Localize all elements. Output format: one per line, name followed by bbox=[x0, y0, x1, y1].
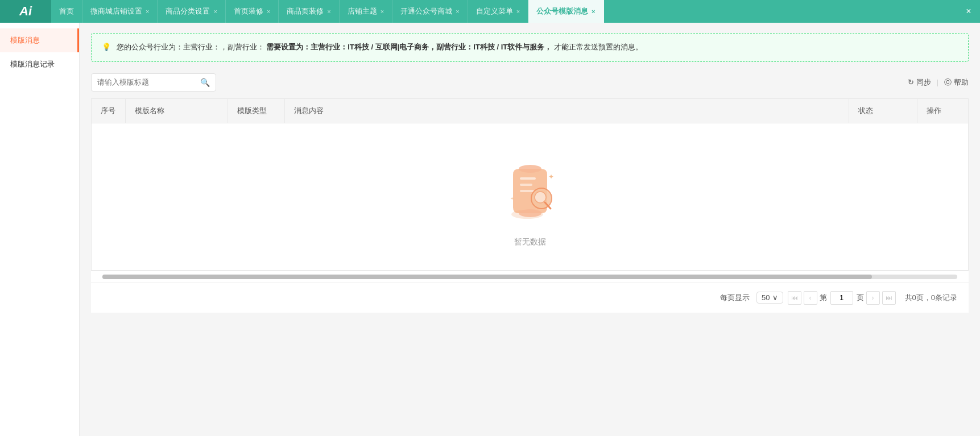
first-page-button[interactable]: ⏮ bbox=[788, 291, 801, 305]
tab-custom-menu[interactable]: 自定义菜单 × bbox=[468, 0, 528, 23]
empty-state-row: ✦ ✦ 暂无数据 bbox=[92, 123, 969, 270]
table-header-row: 序号 模版名称 模版类型 消息内容 状态 操作 bbox=[92, 98, 969, 123]
col-content-header: 消息内容 bbox=[285, 98, 849, 123]
search-input[interactable] bbox=[97, 78, 200, 86]
svg-point-7 bbox=[535, 192, 546, 203]
page-unit: 页 bbox=[857, 293, 864, 303]
last-page-button[interactable]: ⏭ bbox=[882, 291, 896, 305]
scroll-bar-area[interactable] bbox=[91, 271, 969, 283]
svg-rect-4 bbox=[520, 184, 532, 186]
tab-close-open-mall[interactable]: × bbox=[456, 8, 459, 15]
tab-close-category-settings[interactable]: × bbox=[213, 8, 217, 15]
svg-rect-5 bbox=[520, 190, 534, 192]
tab-category-settings[interactable]: 商品分类设置 × bbox=[158, 0, 225, 23]
tab-home[interactable]: 首页 bbox=[51, 0, 82, 23]
empty-state: ✦ ✦ 暂无数据 bbox=[92, 123, 968, 270]
sidebar-item-template-msg[interactable]: 模版消息 bbox=[0, 28, 79, 52]
sync-button[interactable]: ↻ 同步 bbox=[908, 77, 931, 88]
banner-prefix: 您的公众号行业为：主营行业：，副营行业： bbox=[117, 43, 264, 51]
col-action-header: 操作 bbox=[917, 98, 969, 123]
tab-template-msg[interactable]: 公众号模版消息 × bbox=[528, 0, 603, 23]
per-page-value: 50 bbox=[762, 293, 770, 302]
search-bar: 🔍 ↻ 同步 | ⓪ 帮助 bbox=[91, 73, 969, 92]
bulb-icon: 💡 bbox=[102, 43, 111, 51]
tab-store-theme[interactable]: 店铺主题 × bbox=[340, 0, 392, 23]
page-input-wrap: 第 页 bbox=[820, 291, 864, 305]
empty-illustration: ✦ ✦ bbox=[496, 157, 564, 226]
per-page-select[interactable]: 50 ∨ bbox=[756, 292, 783, 304]
banner-highlight: 需要设置为：主营行业：IT科技 / 互联网|电子商务，副营行业：IT科技 / I… bbox=[266, 43, 552, 51]
col-status-header: 状态 bbox=[849, 98, 917, 123]
divider: | bbox=[937, 78, 938, 86]
tab-close-product-decoration[interactable]: × bbox=[327, 8, 330, 15]
tab-close-home-decoration[interactable]: × bbox=[267, 8, 270, 15]
tab-home-decoration[interactable]: 首页装修 × bbox=[226, 0, 279, 23]
help-button[interactable]: ⓪ 帮助 bbox=[944, 77, 969, 88]
tab-close-custom-menu[interactable]: × bbox=[516, 8, 520, 15]
next-page-icon: › bbox=[872, 294, 874, 302]
last-page-icon: ⏭ bbox=[886, 294, 892, 302]
prev-page-button[interactable]: ‹ bbox=[804, 291, 817, 305]
col-seq-header: 序号 bbox=[92, 98, 126, 123]
col-type-header: 模版类型 bbox=[228, 98, 285, 123]
scroll-track[interactable] bbox=[102, 275, 957, 279]
sidebar-item-template-record[interactable]: 模版消息记录 bbox=[0, 52, 79, 76]
svg-point-2 bbox=[519, 209, 541, 217]
info-banner: 💡 您的公众号行业为：主营行业：，副营行业： 需要设置为：主营行业：IT科技 /… bbox=[91, 33, 969, 62]
svg-text:✦: ✦ bbox=[548, 173, 554, 181]
close-all-tabs-button[interactable]: × bbox=[957, 0, 980, 23]
tab-open-mall[interactable]: 开通公众号商城 × bbox=[392, 0, 468, 23]
tab-close-shop-settings[interactable]: × bbox=[146, 8, 149, 15]
first-page-icon: ⏮ bbox=[791, 294, 798, 302]
tab-bar: 首页微商城店铺设置 ×商品分类设置 ×首页装修 ×商品页装修 ×店铺主题 ×开通… bbox=[51, 0, 957, 23]
app-logo: Ai bbox=[0, 0, 51, 23]
svg-rect-3 bbox=[520, 177, 536, 180]
sync-icon: ↻ bbox=[908, 78, 914, 86]
empty-text: 暂无数据 bbox=[92, 237, 968, 247]
sidebar: 模版消息模版消息记录 bbox=[0, 23, 80, 436]
svg-text:✦: ✦ bbox=[510, 196, 514, 201]
pagination: 每页显示 50 ∨ ⏮ ‹ 第 页 › bbox=[91, 283, 969, 313]
pagination-nav: ⏮ ‹ 第 页 › ⏭ bbox=[788, 291, 896, 305]
col-name-header: 模版名称 bbox=[126, 98, 228, 123]
search-icon[interactable]: 🔍 bbox=[200, 78, 210, 87]
page-label: 第 bbox=[820, 293, 827, 303]
help-icon: ⓪ bbox=[944, 77, 952, 88]
per-page-label: 每页显示 bbox=[720, 293, 750, 303]
prev-page-icon: ‹ bbox=[809, 294, 812, 302]
sync-label: 同步 bbox=[916, 77, 931, 88]
search-right: ↻ 同步 | ⓪ 帮助 bbox=[908, 77, 969, 88]
search-left: 🔍 bbox=[91, 73, 216, 92]
page-input[interactable] bbox=[830, 291, 853, 305]
tab-shop-settings[interactable]: 微商城店铺设置 × bbox=[82, 0, 158, 23]
total-info: 共0页，0条记录 bbox=[905, 293, 957, 303]
svg-point-1 bbox=[519, 165, 541, 173]
search-input-wrap[interactable]: 🔍 bbox=[91, 73, 216, 92]
tab-product-decoration[interactable]: 商品页装修 × bbox=[279, 0, 339, 23]
tab-close-template-msg[interactable]: × bbox=[592, 8, 595, 15]
banner-suffix: 才能正常发送预置的消息。 bbox=[554, 43, 643, 51]
tab-close-store-theme[interactable]: × bbox=[381, 8, 384, 15]
help-label: 帮助 bbox=[954, 77, 969, 88]
next-page-button[interactable]: › bbox=[866, 291, 880, 305]
empty-state-cell: ✦ ✦ 暂无数据 bbox=[92, 123, 969, 270]
main-layout: 模版消息模版消息记录 💡 您的公众号行业为：主营行业：，副营行业： 需要设置为：… bbox=[0, 23, 980, 436]
chevron-down-icon: ∨ bbox=[772, 293, 778, 302]
scroll-thumb[interactable] bbox=[102, 275, 872, 279]
data-table: 序号 模版名称 模版类型 消息内容 状态 操作 bbox=[91, 98, 969, 271]
top-nav: Ai 首页微商城店铺设置 ×商品分类设置 ×首页装修 ×商品页装修 ×店铺主题 … bbox=[0, 0, 980, 23]
content-area: 💡 您的公众号行业为：主营行业：，副营行业： 需要设置为：主营行业：IT科技 /… bbox=[80, 23, 980, 436]
